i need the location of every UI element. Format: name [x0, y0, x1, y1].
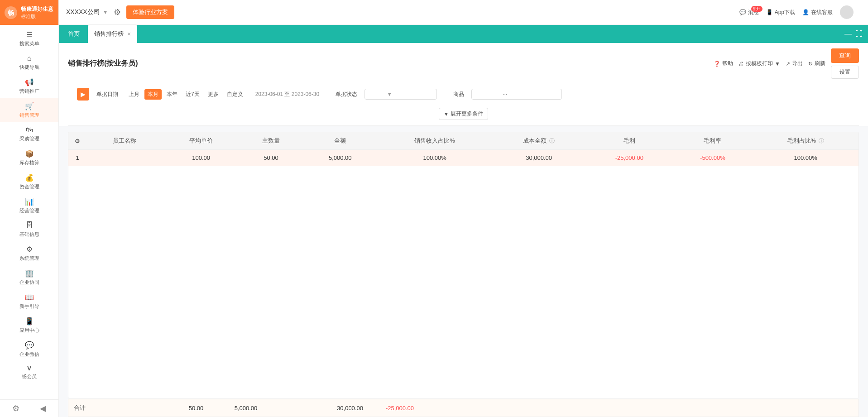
minimize-icon[interactable]: —	[844, 30, 852, 38]
export-button[interactable]: ↗ 导出	[786, 60, 803, 67]
goods-label: 商品	[453, 91, 464, 98]
filter-expand-arrow[interactable]: ▶	[77, 88, 89, 101]
row-amount: 5,000.00	[302, 150, 378, 166]
doc-status-arrow-icon: ▼	[387, 91, 392, 97]
sidebar-item-search-order[interactable]: ☰ 搜索菜单	[0, 27, 58, 51]
query-settings-area: 查询 设置	[831, 48, 859, 79]
topbar-settings-icon[interactable]: ⚙	[114, 7, 121, 17]
page-header: 销售排行榜(按业务员) ❓ 帮助 🖨 按模板打印 ▼ ↗ 导出	[59, 43, 868, 126]
expand-conditions-button[interactable]: ▼ 展开更多条件	[439, 108, 489, 120]
sidebar-item-quick-nav[interactable]: ⌂ 快捷导航	[0, 51, 58, 74]
col-gross-rate: 毛利率	[672, 132, 753, 150]
online-support-button[interactable]: 👤 在线客服	[802, 9, 833, 16]
quick-nav-icon: ⌂	[27, 54, 32, 62]
support-label: 在线客服	[811, 9, 833, 16]
filter-bar: ▶ 单据日期 上月 本月 本年 近7天 更多 自定义 2023-06-01 至 …	[68, 82, 859, 126]
sidebar-item-system[interactable]: ⚙ 系统管理	[0, 241, 58, 265]
app-center-icon: 📱	[25, 317, 34, 326]
sidebar-settings-icon[interactable]: ⚙	[12, 403, 19, 413]
table-header-row: ⚙ 员工名称 平均单价 主数量 全额	[68, 132, 858, 150]
sidebar-item-enterprise[interactable]: 🏢 企业协同	[0, 265, 58, 289]
sidebar-item-basic-info[interactable]: 🗄 基础信息	[0, 218, 58, 241]
table-container: ⚙ 员工名称 平均单价 主数量 全额	[68, 132, 859, 399]
cost-help-icon[interactable]: ⓘ	[549, 138, 555, 144]
avatar[interactable]	[840, 5, 854, 19]
col-cost: 成本全额 ⓘ	[492, 132, 586, 150]
search-order-icon: ☰	[26, 30, 33, 39]
sidebar-item-operations[interactable]: 📊 经营管理	[0, 194, 58, 218]
expand-icon: ▼	[444, 111, 449, 117]
sidebar-item-member[interactable]: V 畅会员	[0, 361, 58, 383]
period-btn-7days[interactable]: 近7天	[182, 89, 203, 100]
sidebar-item-marketing[interactable]: 📢 营销推广	[0, 74, 58, 98]
expand-label: 展开更多条件	[451, 110, 483, 118]
sidebar-item-guide[interactable]: 📖 新手引导	[0, 289, 58, 313]
maximize-icon[interactable]: ⛶	[855, 30, 863, 38]
col-settings[interactable]: ⚙	[68, 132, 86, 150]
sidebar-item-inventory[interactable]: 📦 库存核算	[0, 146, 58, 170]
col-main-qty: 主数量	[240, 132, 303, 150]
period-btn-last[interactable]: 上月	[125, 89, 143, 100]
company-arrow-icon: ▼	[103, 9, 108, 15]
expand-row: ▼ 展开更多条件	[77, 104, 850, 120]
svg-text:畅: 畅	[8, 9, 14, 16]
sidebar-nav: ☰ 搜索菜单 ⌂ 快捷导航 📢 营销推广 🛒 销售管理 🛍 采购管理 📦 库存核…	[0, 25, 58, 399]
sidebar-item-sales[interactable]: 🛒 销售管理	[0, 98, 58, 122]
sales-ranking-table: ⚙ 员工名称 平均单价 主数量 全额	[68, 132, 858, 166]
row-employee	[86, 150, 163, 166]
message-badge: 99+	[751, 6, 762, 12]
period-btn-more[interactable]: 更多	[205, 89, 222, 100]
row-gross-rate: -500.00%	[672, 150, 753, 166]
inventory-icon: 📦	[25, 149, 34, 158]
system-icon: ⚙	[26, 245, 33, 254]
row-rank: 1	[68, 150, 86, 166]
doc-status-select[interactable]: ▼	[364, 89, 437, 100]
refresh-button[interactable]: ↻ 刷新	[808, 60, 825, 67]
tab-close-icon[interactable]: ×	[127, 30, 131, 38]
trial-button[interactable]: 体验行业方案	[126, 5, 174, 19]
purchase-icon: 🛍	[26, 126, 33, 134]
sidebar-item-finance[interactable]: 💰 资金管理	[0, 170, 58, 194]
tab-home[interactable]: 首页	[61, 25, 87, 43]
row-sales-pct: 100.00%	[378, 150, 492, 166]
page-content: 销售排行榜(按业务员) ❓ 帮助 🖨 按模板打印 ▼ ↗ 导出	[59, 43, 868, 417]
goods-more-icon: ···	[503, 91, 507, 97]
settings-button[interactable]: 设置	[831, 66, 859, 79]
goods-input[interactable]: ···	[471, 89, 562, 100]
col-amount: 全额	[302, 132, 378, 150]
company-selector[interactable]: XXXXX公司 ▼	[66, 8, 108, 16]
guide-icon: 📖	[25, 293, 34, 302]
message-button[interactable]: 💬 消息 99+	[739, 9, 759, 16]
col-employee: 员工名称	[86, 132, 163, 150]
print-arrow-icon: ▼	[775, 61, 780, 67]
tab-sales-ranking[interactable]: 销售排行榜 ×	[88, 25, 137, 43]
finance-icon: 💰	[25, 173, 34, 182]
row-gross-pct: 100.00%	[753, 150, 858, 166]
row-cost: 30,000.00	[492, 150, 586, 166]
template-print-button[interactable]: 🖨 按模板打印 ▼	[739, 60, 780, 67]
operations-icon: 📊	[25, 197, 34, 206]
footer-amount: 5,000.00	[223, 405, 269, 412]
page-title: 销售排行榜(按业务员)	[68, 59, 138, 68]
row-gross: -25,000.00	[586, 150, 672, 166]
sidebar-collapse-icon[interactable]: ◀	[40, 403, 46, 413]
help-icon: ❓	[714, 61, 720, 67]
sidebar-logo-text: 畅康通好生意 标准版	[21, 5, 53, 20]
app-download-icon: 📱	[766, 9, 773, 15]
query-button[interactable]: 查询	[831, 48, 859, 63]
window-buttons: — ⛶	[839, 30, 868, 38]
sidebar-item-app-center[interactable]: 📱 应用中心	[0, 313, 58, 337]
page-header-row: 销售排行榜(按业务员) ❓ 帮助 🖨 按模板打印 ▼ ↗ 导出	[68, 48, 859, 79]
period-btn-custom[interactable]: 自定义	[224, 89, 246, 100]
period-btn-year[interactable]: 本年	[163, 89, 181, 100]
sidebar-item-wechat[interactable]: 💬 企业微信	[0, 337, 58, 361]
period-btn-current[interactable]: 本月	[144, 89, 162, 100]
help-button[interactable]: ❓ 帮助	[714, 60, 733, 67]
wechat-icon: 💬	[25, 341, 34, 350]
col-avg-price: 平均单价	[163, 132, 240, 150]
gross-pct-help-icon[interactable]: ⓘ	[819, 138, 824, 144]
app-download-button[interactable]: 📱 App下载	[766, 9, 795, 16]
sidebar-item-purchase[interactable]: 🛍 采购管理	[0, 122, 58, 146]
topbar-right: 💬 消息 99+ 📱 App下载 👤 在线客服	[739, 5, 861, 19]
row-avg-price: 100.00	[163, 150, 240, 166]
